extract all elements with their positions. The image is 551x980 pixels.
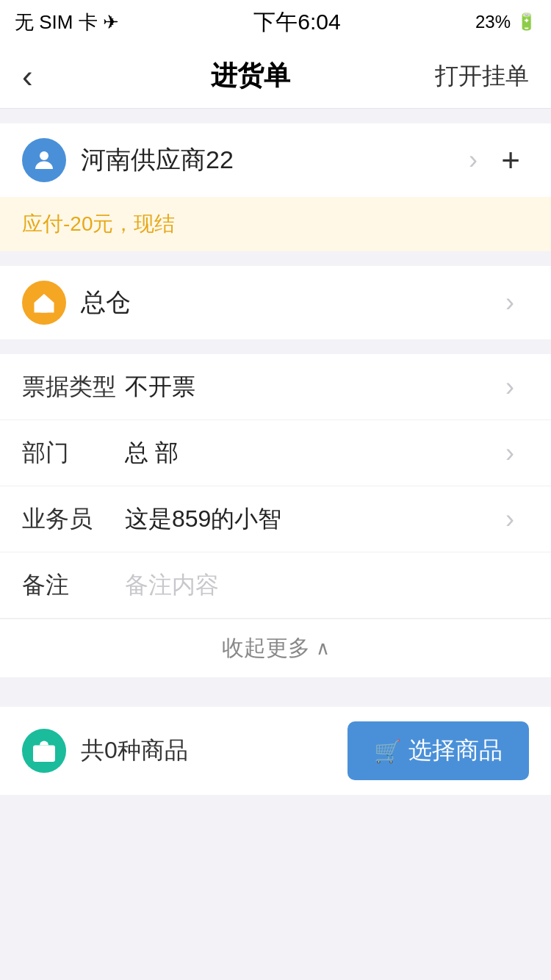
product-count-label: 共0种商品 xyxy=(81,735,347,767)
salesperson-value: 这是859的小智 xyxy=(118,503,505,536)
divider-3 xyxy=(0,677,551,692)
divider-top xyxy=(0,109,551,123)
collapse-label: 收起更多 xyxy=(222,633,310,663)
back-button[interactable]: ‹ xyxy=(22,58,66,95)
supplier-section: 河南供应商22 › + xyxy=(0,123,551,197)
supplier-name: 河南供应商22 xyxy=(81,143,469,177)
user-icon xyxy=(31,147,57,173)
status-left: 无 SIM 卡 ✈ xyxy=(15,10,119,35)
status-bar: 无 SIM 卡 ✈ 下午6:04 23% 🔋 xyxy=(0,0,551,44)
divider-middle xyxy=(0,251,551,266)
notice-bar: 应付-20元，现结 xyxy=(0,197,551,251)
product-icon xyxy=(22,729,66,773)
invoice-type-label: 票据类型 xyxy=(22,371,118,403)
battery-text: 23% xyxy=(475,12,511,32)
invoice-type-value: 不开票 xyxy=(118,371,505,403)
supplier-avatar xyxy=(22,138,66,182)
department-value: 总 部 xyxy=(118,437,505,469)
warehouse-chevron-icon: › xyxy=(505,287,514,318)
status-right: 23% 🔋 xyxy=(475,12,536,32)
notice-text: 应付-20元，现结 xyxy=(22,212,175,235)
select-product-button[interactable]: 🛒 选择商品 xyxy=(347,721,529,780)
warehouse-row[interactable]: 总仓 › xyxy=(22,266,529,339)
department-row[interactable]: 部门 总 部 › xyxy=(0,420,551,486)
salesperson-label: 业务员 xyxy=(22,503,118,536)
department-chevron-icon: › xyxy=(505,438,514,469)
invoice-type-row[interactable]: 票据类型 不开票 › xyxy=(0,354,551,420)
warehouse-icon xyxy=(22,281,66,325)
status-time: 下午6:04 xyxy=(253,7,340,37)
home-icon xyxy=(31,289,57,316)
battery-icon: 🔋 xyxy=(516,12,536,32)
warehouse-section: 总仓 › xyxy=(0,266,551,339)
invoice-chevron-icon: › xyxy=(505,372,514,403)
bottom-bar: 共0种商品 🛒 选择商品 xyxy=(0,707,551,795)
nav-bar: ‹ 进货单 打开挂单 xyxy=(0,44,551,109)
open-pending-button[interactable]: 打开挂单 xyxy=(435,60,529,93)
signal-text: 无 SIM 卡 ✈ xyxy=(15,10,119,35)
svg-rect-1 xyxy=(41,304,48,313)
form-section: 票据类型 不开票 › 部门 总 部 › 业务员 这是859的小智 › 备注 备注… xyxy=(0,354,551,677)
svg-point-0 xyxy=(40,151,48,160)
remark-input[interactable]: 备注内容 xyxy=(118,569,529,602)
shopping-bag-icon xyxy=(31,738,57,764)
department-label: 部门 xyxy=(22,437,118,469)
warehouse-name: 总仓 xyxy=(81,286,505,320)
remark-row[interactable]: 备注 备注内容 xyxy=(0,552,551,619)
select-product-label: 选择商品 xyxy=(408,735,503,767)
remark-label: 备注 xyxy=(22,569,118,602)
supplier-row[interactable]: 河南供应商22 › + xyxy=(22,123,529,197)
salesperson-row[interactable]: 业务员 这是859的小智 › xyxy=(0,486,551,552)
collapse-button[interactable]: 收起更多 ∧ xyxy=(0,619,551,677)
divider-2 xyxy=(0,339,551,354)
salesperson-chevron-icon: › xyxy=(505,504,514,535)
collapse-arrow-icon: ∧ xyxy=(316,637,330,660)
chevron-right-icon: › xyxy=(469,145,478,176)
select-product-icon: 🛒 xyxy=(374,738,401,764)
add-button[interactable]: + xyxy=(492,142,529,179)
page-title: 进货单 xyxy=(211,58,290,94)
